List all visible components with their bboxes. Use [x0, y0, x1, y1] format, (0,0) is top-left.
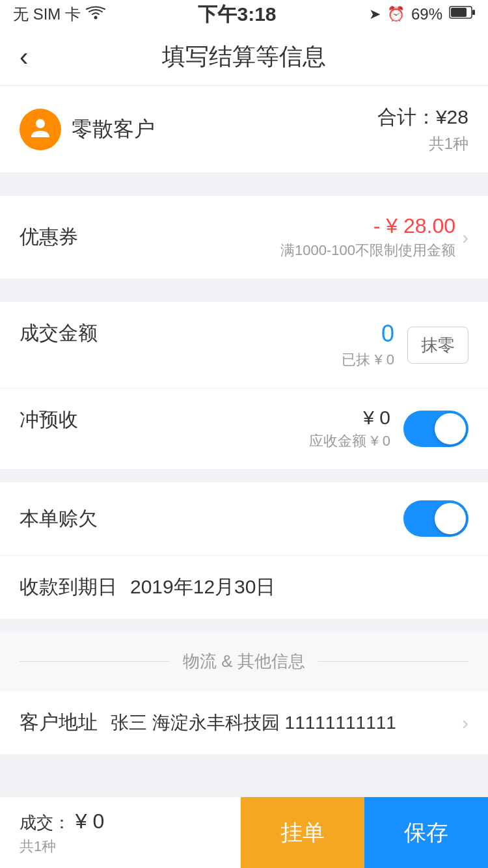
amount-value: 0 [342, 320, 394, 347]
svg-rect-2 [472, 10, 475, 15]
due-date-value: 2019年12月30日 [130, 574, 275, 601]
battery-percentage: 69% [411, 5, 442, 23]
address-chevron-icon: › [462, 712, 468, 734]
bottom-transaction-row: 成交： ¥ 0 [20, 809, 221, 834]
section-separator-3 [0, 469, 488, 482]
alarm-icon: ⏰ [387, 6, 405, 23]
prepayment-label: 冲预收 [20, 407, 78, 433]
prepayment-row: 冲预收 ¥ 0 应收金额 ¥ 0 [0, 388, 488, 469]
status-bar: 无 SIM 卡 下午3:18 ➤ ⏰ 69% [0, 0, 488, 29]
content-area: 零散客户 合计：¥28 共1种 优惠券 - ¥ 28.00 满1000-100不… [0, 86, 488, 856]
prepayment-amount: ¥ 0 [309, 407, 390, 429]
prepayment-values: ¥ 0 应收金额 ¥ 0 [309, 407, 390, 451]
customer-section: 零散客户 合计：¥28 共1种 [0, 86, 488, 172]
customer-count: 共1种 [377, 133, 468, 154]
coupon-right: - ¥ 28.00 满1000-100不限制使用金额 › [280, 214, 468, 260]
status-right: ➤ ⏰ 69% [369, 5, 475, 23]
amount-label: 成交金额 [20, 320, 98, 347]
credit-section: 本单赊欠 [0, 482, 488, 555]
avatar-icon [29, 115, 52, 143]
svg-point-0 [94, 16, 98, 20]
customer-avatar [20, 109, 61, 150]
sim-text: 无 SIM 卡 [13, 4, 81, 25]
credit-toggle[interactable] [403, 500, 468, 537]
bottom-count: 共1种 [20, 837, 221, 856]
amount-value-wrap: 0 已抹 ¥ 0 [342, 320, 394, 370]
battery-icon [449, 5, 475, 23]
back-button[interactable]: ‹ [20, 42, 28, 72]
location-icon: ➤ [369, 6, 381, 23]
round-zero-button[interactable]: 抹零 [407, 327, 468, 364]
address-value: 张三 海淀永丰科技园 11111111111 [111, 711, 462, 735]
bottom-spacer [0, 765, 488, 778]
wifi-icon [86, 5, 105, 23]
logistics-label: 物流 & 其他信息 [170, 650, 318, 673]
page-title: 填写结算等信息 [162, 41, 326, 73]
section-separator-4 [0, 619, 488, 632]
amount-deducted: 已抹 ¥ 0 [342, 350, 394, 370]
due-date-section: 收款到期日 2019年12月30日 [0, 555, 488, 619]
section-separator-1 [0, 183, 488, 196]
credit-toggle-knob [435, 503, 466, 534]
save-button[interactable]: 保存 [364, 797, 488, 869]
customer-name: 零散客户 [72, 115, 155, 144]
logistics-line-left [20, 661, 170, 662]
address-row[interactable]: 客户地址 张三 海淀永丰科技园 11111111111 › [0, 691, 488, 754]
svg-point-4 [36, 119, 45, 128]
logistics-line-right [318, 661, 468, 662]
transaction-amount-section: 成交金额 0 已抹 ¥ 0 抹零 [0, 302, 488, 388]
svg-rect-3 [451, 8, 467, 17]
credit-label: 本单赊欠 [20, 506, 98, 532]
amount-row: 成交金额 0 已抹 ¥ 0 抹零 [20, 320, 468, 370]
bottom-transaction-label: 成交： [20, 813, 70, 832]
prepayment-toggle[interactable] [403, 411, 468, 447]
bottom-summary: 成交： ¥ 0 共1种 [0, 809, 241, 856]
prepayment-receivable: 应收金额 ¥ 0 [309, 431, 390, 451]
coupon-value: - ¥ 28.00 满1000-100不限制使用金额 [280, 214, 455, 260]
customer-total: 合计：¥28 [377, 104, 468, 131]
coupon-label: 优惠券 [20, 224, 78, 251]
customer-info-left: 零散客户 [20, 109, 155, 150]
coupon-description: 满1000-100不限制使用金额 [280, 241, 455, 260]
customer-info-right: 合计：¥28 共1种 [377, 104, 468, 154]
status-left: 无 SIM 卡 [13, 4, 105, 25]
logistics-header: 物流 & 其他信息 [0, 632, 488, 691]
coupon-amount: - ¥ 28.00 [280, 214, 455, 238]
due-date-label: 收款到期日 [20, 574, 117, 601]
status-time: 下午3:18 [198, 1, 276, 28]
section-separator-2 [0, 289, 488, 302]
bottom-bar: 成交： ¥ 0 共1种 挂单 保存 [0, 796, 488, 868]
coupon-row[interactable]: 优惠券 - ¥ 28.00 满1000-100不限制使用金额 › [0, 196, 488, 278]
amount-right: 0 已抹 ¥ 0 抹零 [342, 320, 468, 370]
address-label: 客户地址 [20, 709, 98, 736]
bottom-transaction-amount: ¥ 0 [75, 809, 104, 833]
toggle-knob [435, 413, 466, 444]
hang-button[interactable]: 挂单 [241, 797, 364, 869]
coupon-chevron-icon: › [462, 226, 468, 249]
nav-bar: ‹ 填写结算等信息 [0, 29, 488, 86]
prepayment-right: ¥ 0 应收金额 ¥ 0 [309, 407, 468, 451]
